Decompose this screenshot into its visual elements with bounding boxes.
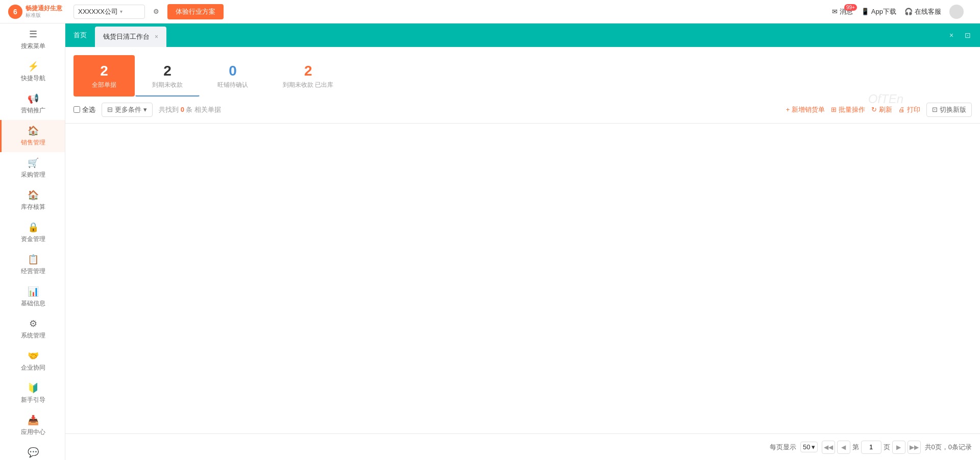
sidebar-item-finance[interactable]: 🔒 资金管理 [0,216,65,249]
sidebar-label-purchase: 采购管理 [21,171,45,179]
sidebar-label-quick-nav: 快捷导航 [21,74,45,83]
maximize-button[interactable]: ⊡ [962,29,974,41]
stat-card-all[interactable]: 2 全部单据 [74,55,135,96]
message-button[interactable]: ✉ 消息 99+ [832,7,853,16]
enterprise-icon: 🤝 [28,350,39,361]
print-label: 打印 [907,105,920,114]
main-layout: ☰ 搜索菜单 ⚡ 快捷导航 📢 营销推广 🏠 销售管理 🛒 采购管理 🏠 库存核… [0,23,980,460]
sidebar-item-wechat[interactable]: 💬 企业微信 [0,442,65,460]
tab-home[interactable]: 首页 [65,23,95,47]
sidebar-label-operations: 经营管理 [21,267,45,276]
sidebar-item-base-info[interactable]: 📊 基础信息 [0,281,65,313]
avatar[interactable] [949,5,964,19]
trial-button[interactable]: 体验行业方案 [167,4,224,19]
header-right: ✉ 消息 99+ 📱 App下载 🎧 在线客服 [832,5,972,19]
wechat-icon: 💬 [28,447,39,458]
tab-workbench-label: 钱货日清工作台 [103,32,150,41]
sidebar-item-quick-nav[interactable]: ⚡ 快捷导航 [0,56,65,88]
refresh-button[interactable]: ↻ 刷新 [871,105,892,114]
tab-close-icon[interactable]: × [155,33,158,40]
sidebar-label-inventory: 库存核算 [21,203,45,211]
print-icon: 🖨 [898,106,905,113]
operations-icon: 📋 [28,254,39,265]
stat-number-due-unpaid: 2 [163,62,172,80]
total-text: 共0页，0条记录 [925,443,972,452]
first-page-button[interactable]: ◀◀ [822,441,835,454]
message-icon: ✉ [832,8,838,15]
page-size-select[interactable]: 50 ▾ [800,442,817,452]
stats-row: 2 全部单据 2 到期未收款 0 旺铺待确认 2 到期未收款 已出库 [65,47,980,96]
filter-icon: ⊟ [107,106,113,113]
filter-chevron-icon: ▾ [143,106,147,113]
batch-label: 批量操作 [839,105,865,114]
page-number-input[interactable] [861,441,881,454]
sidebar-item-purchase[interactable]: 🛒 采购管理 [0,152,65,184]
stat-card-wangpu[interactable]: 0 旺铺待确认 [200,55,265,96]
batch-button[interactable]: ⊞ 批量操作 [831,105,865,114]
add-sale-button[interactable]: + 新增销货单 [786,105,825,114]
sidebar-item-inventory[interactable]: 🏠 库存核算 [0,184,65,216]
switch-version-button[interactable]: ⊡ 切换新版 [926,103,972,117]
prev-page-button[interactable]: ◀ [837,441,850,454]
tab-bar-tabs: 首页 钱货日清工作台 × [65,23,166,47]
last-page-button[interactable]: ▶▶ [908,441,921,454]
pagination: 每页显示 50 ▾ ◀◀ ◀ 第 页 ▶ ▶▶ 共0页，0条记录 [65,433,980,460]
sidebar-label-app-center: 应用中心 [21,428,45,437]
tab-workbench[interactable]: 钱货日清工作台 × [95,27,166,47]
minimize-button[interactable]: × [945,29,958,41]
online-service-label: 在线客服 [915,7,941,16]
stat-label-wangpu: 旺铺待确认 [217,81,248,89]
sidebar-item-operations[interactable]: 📋 经营管理 [0,249,65,281]
company-selector[interactable]: XXXXXX公司 ▾ [74,5,145,19]
page-size-chevron: ▾ [812,443,815,451]
company-name: XXXXXX公司 [78,7,118,16]
top-header: 6 畅捷通好生意 标准版 XXXXXX公司 ▾ ⚙ 体验行业方案 ✉ 消息 99… [0,0,980,23]
marketing-icon: 📢 [28,93,39,104]
found-count: 0 [181,106,184,113]
pagination-controls: ◀◀ ◀ 第 页 ▶ ▶▶ [822,441,921,454]
purchase-icon: 🛒 [28,157,39,168]
content-area: 首页 钱货日清工作台 × × ⊡ 2 全部单据 2 [65,23,980,460]
stat-card-due-unshipped[interactable]: 2 到期未收款 已出库 [265,55,351,96]
sidebar-label-base-info: 基础信息 [21,299,45,308]
logo-icon: 6 [8,5,22,19]
sidebar-item-search-menu[interactable]: ☰ 搜索菜单 [0,23,65,56]
app-download-label: App下载 [871,7,896,16]
guide-icon: 🔰 [28,382,39,394]
refresh-icon: ↻ [871,106,877,113]
select-all-label: 全选 [82,105,95,114]
stat-label-due-unshipped: 到期未收款 已出库 [283,81,333,89]
sidebar-item-marketing[interactable]: 📢 营销推广 [0,88,65,120]
quick-icon: ⚡ [28,61,39,72]
stat-card-due-unpaid[interactable]: 2 到期未收款 [135,55,200,96]
sidebar-item-system[interactable]: ⚙ 系统管理 [0,313,65,345]
toolbar-left: 全选 ⊟ 更多条件 ▾ 共找到 0 条 相关单据 [74,103,780,117]
toolbar: 全选 ⊟ 更多条件 ▾ 共找到 0 条 相关单据 [65,96,980,124]
sidebar-item-guide[interactable]: 🔰 新手引导 [0,377,65,409]
app-download-button[interactable]: 📱 App下载 [861,7,896,16]
service-icon: 🎧 [904,8,913,15]
select-all-input[interactable] [74,106,80,113]
filter-button[interactable]: ⊟ 更多条件 ▾ [102,103,153,117]
switch-label: 切换新版 [940,105,966,114]
sidebar-label-enterprise: 企业协同 [21,364,45,372]
print-button[interactable]: 🖨 打印 [898,105,920,114]
header-left: 6 畅捷通好生意 标准版 XXXXXX公司 ▾ ⚙ 体验行业方案 [8,4,224,19]
next-page-button[interactable]: ▶ [892,441,905,454]
tab-window-controls: × ⊡ [945,29,980,41]
sidebar-item-sales[interactable]: 🏠 销售管理 [0,120,65,152]
stat-label-due-unpaid: 到期未收款 [152,81,183,89]
select-all-checkbox[interactable]: 全选 [74,105,95,114]
logo-title: 畅捷通好生意 [26,5,62,12]
tab-home-label: 首页 [74,31,87,40]
found-text: 共找到 0 条 相关单据 [159,105,221,114]
menu-icon: ☰ [29,29,37,40]
stat-number-all: 2 [100,62,108,80]
online-service-button[interactable]: 🎧 在线客服 [904,7,941,16]
logo-text: 畅捷通好生意 标准版 [26,5,62,18]
settings-icon[interactable]: ⚙ [149,5,163,19]
batch-icon: ⊞ [831,106,837,113]
sidebar-item-app-center[interactable]: 📥 应用中心 [0,409,65,442]
add-sale-label: + 新增销货单 [786,105,825,114]
sidebar-item-enterprise[interactable]: 🤝 企业协同 [0,345,65,377]
